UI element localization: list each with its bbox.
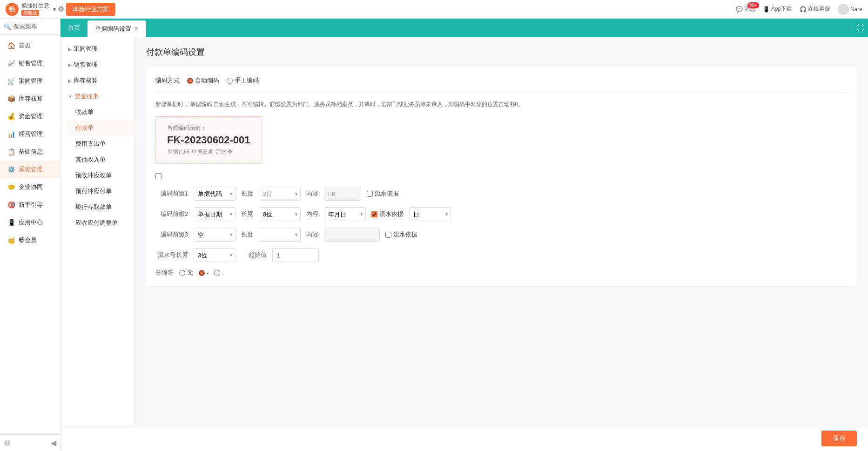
auto-encode-radio[interactable]: 自动编码 (187, 76, 219, 85)
sidebar-item-basic[interactable]: 📋 基础信息 (0, 143, 60, 161)
prefix3-length-label: 长度 (241, 230, 253, 239)
sub-item-bank[interactable]: 银行存取款单 (68, 199, 135, 215)
serial-length-select-wrapper[interactable]: 3位 4位 5位 (194, 248, 236, 262)
prefix3-stream-checkbox[interactable] (385, 232, 391, 238)
sep-none-radio[interactable]: 无 (179, 269, 193, 277)
page-title: 付款单编码设置 (146, 47, 857, 58)
tab-bar-actions: － ⛶ (846, 23, 868, 33)
separator-radio-group: 无 - . (179, 269, 224, 277)
sidebar-item-apps[interactable]: 📱 应用中心 (0, 214, 60, 231)
maximize-icon[interactable]: ⛶ (857, 24, 864, 32)
purchase-icon: 🛒 (7, 77, 15, 85)
logo: 畅 畅通好生意 旗舰版 (6, 2, 49, 16)
tab-close-icon[interactable]: ✕ (134, 26, 139, 32)
sidebar-item-management[interactable]: 📊 经营管理 (0, 125, 60, 143)
start-value-input[interactable] (272, 248, 319, 262)
prefix1-select[interactable]: 单据代码 部门 业务员 空 (194, 187, 236, 201)
prefix3-row: 编码前缀3 空 单据代码 单据日期 长度 (155, 228, 848, 242)
save-button[interactable]: 保存 (821, 431, 857, 446)
prefix2-period-select[interactable]: 日 月 年 (409, 207, 451, 221)
auto-fill-checkbox[interactable] (155, 173, 161, 179)
sub-item-adjustment[interactable]: 应收应付调整单 (68, 215, 135, 231)
nav-dropdown[interactable]: ▾ (53, 6, 56, 13)
prefix1-length-select[interactable]: 2位 (259, 187, 301, 201)
prefix1-length-select-wrapper[interactable]: 2位 (259, 187, 301, 201)
prefix2-stream-checkbox[interactable] (371, 211, 377, 217)
prefix1-content-input[interactable] (324, 187, 361, 201)
prefix2-content-label: 内容 (306, 210, 318, 218)
sub-item-pre-receivable[interactable]: 预收冲应收单 (68, 168, 135, 183)
sidebar-item-home[interactable]: 🏠 首页 (0, 37, 60, 54)
app-download-item[interactable]: 📱 App下载 (763, 5, 792, 13)
sub-item-expense[interactable]: 费用支出单 (68, 136, 135, 152)
sub-item-other-income[interactable]: 其他收入单 (68, 152, 135, 168)
serial-length-select[interactable]: 3位 4位 5位 (194, 248, 236, 262)
prefix3-content-input[interactable] (324, 228, 380, 242)
prefix2-content-select-wrapper[interactable]: 年月日 年月 年 (324, 207, 366, 221)
tab-home[interactable]: 首页 (61, 19, 87, 37)
avatar (838, 4, 849, 15)
sidebar-item-system[interactable]: ⚙️ 系统管理 (0, 161, 60, 178)
prefix1-stream-check: 流水依据 (367, 189, 399, 198)
message-badge: 99+ (747, 2, 759, 8)
user-profile[interactable]: Nare (838, 4, 862, 15)
prefix3-length-select-wrapper[interactable] (259, 228, 301, 242)
sub-item-payment[interactable]: 付款单 (68, 120, 135, 136)
online-service-item[interactable]: 🎧 在线客服 (800, 5, 830, 13)
separator-row: 分隔符 无 - (155, 269, 848, 277)
logo-icon: 畅 (6, 3, 19, 16)
sidebar-search[interactable]: 🔍 搜索菜单 (0, 19, 60, 35)
logo-text: 畅通好生意 旗舰版 (21, 2, 49, 16)
prefix1-stream-checkbox[interactable] (367, 191, 373, 197)
sidebar-item-finance[interactable]: 💰 资金管理 (0, 108, 60, 125)
sub-item-pre-payable[interactable]: 预付冲应付单 (68, 183, 135, 199)
minimize-icon[interactable]: － (846, 23, 853, 33)
separator-label: 分隔符 (155, 269, 174, 277)
username: Nare (850, 6, 862, 13)
sales-icon: 📈 (7, 60, 15, 67)
sub-menu-inventory[interactable]: ▶ 库存核算 (61, 73, 135, 88)
prefix2-label: 编码前缀2 (155, 210, 188, 218)
sub-item-receipt[interactable]: 收款单 (68, 104, 135, 120)
enterprise-icon: 🤝 (7, 183, 15, 191)
tab-encode-settings[interactable]: 单据编码设置 ✕ (87, 20, 146, 37)
chevron-down-icon: ▼ (68, 94, 73, 99)
prefix2-length-select-wrapper[interactable]: 8位 4位 6位 (259, 207, 301, 221)
prefix2-length-select[interactable]: 8位 4位 6位 (259, 207, 301, 221)
sidebar-item-sales[interactable]: 📈 销售管理 (0, 54, 60, 72)
encode-method-radios: 自动编码 手工编码 (187, 76, 259, 85)
sidebar-item-purchase[interactable]: 🛒 采购管理 (0, 72, 60, 90)
sub-menu-funds[interactable]: ▼ 资金往来 (61, 88, 135, 104)
sidebar-footer: ⚙ ◀ (0, 434, 60, 451)
prefix1-select-wrapper[interactable]: 单据代码 部门 业务员 空 (194, 187, 236, 201)
top-bar: 畅 畅通好生意 旗舰版 ▾ ⚙ 体验行业方案 💬 消息 99+ 📱 App下载 … (0, 0, 868, 19)
message-item[interactable]: 💬 消息 99+ (736, 5, 755, 13)
sidebar-item-guide[interactable]: 🎯 新手引导 (0, 196, 60, 214)
prefix3-length-select[interactable] (259, 228, 301, 242)
sub-menu-sales[interactable]: ▶ 销售管理 (61, 57, 135, 73)
sub-menu-purchase[interactable]: ▶ 采购管理 (61, 41, 135, 57)
prefix3-content-label: 内容 (306, 230, 318, 239)
prefix1-content-label: 内容 (306, 189, 318, 198)
prefix2-period-select-wrapper[interactable]: 日 月 年 (409, 207, 451, 221)
sep-hyphen-radio[interactable]: - (199, 269, 209, 276)
sep-dot-radio[interactable]: . (214, 269, 224, 276)
settings-footer-btn[interactable]: ⚙ (4, 438, 10, 447)
sidebar-item-member[interactable]: 👑 畅会员 (0, 231, 60, 249)
sidebar-item-enterprise[interactable]: 🤝 企业协同 (0, 178, 60, 196)
prefix2-content-select[interactable]: 年月日 年月 年 (324, 207, 366, 221)
preview-label: 当前编码示例： (167, 124, 250, 132)
settings-icon[interactable]: ⚙ (58, 5, 64, 13)
prefix2-select-wrapper[interactable]: 单据日期 单据代码 空 (194, 207, 236, 221)
prefix3-select-wrapper[interactable]: 空 单据代码 单据日期 (194, 228, 236, 242)
content-area: 首页 单据编码设置 ✕ － ⛶ ▶ 采购管理 (61, 19, 868, 451)
prefix3-select[interactable]: 空 单据代码 单据日期 (194, 228, 236, 242)
management-icon: 📊 (7, 130, 15, 138)
collapse-sidebar-btn[interactable]: ◀ (51, 438, 56, 447)
bottom-bar: 保存 (61, 425, 868, 451)
manual-encode-radio[interactable]: 手工编码 (227, 76, 259, 85)
trial-button[interactable]: 体验行业方案 (66, 3, 115, 16)
sidebar-item-inventory[interactable]: 📦 库存核算 (0, 90, 60, 108)
prefix2-select[interactable]: 单据日期 单据代码 空 (194, 207, 236, 221)
logo-badge: 旗舰版 (21, 10, 39, 16)
